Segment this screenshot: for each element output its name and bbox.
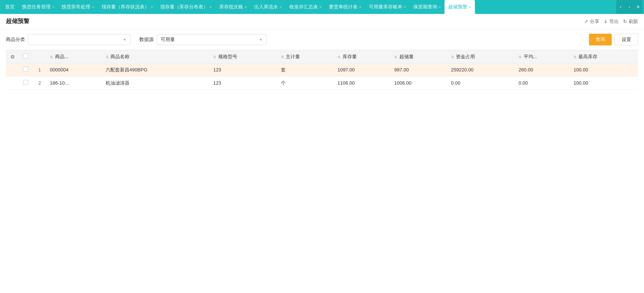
sort-icon: ⇅	[50, 55, 53, 59]
chevron-down-icon: ▼	[123, 38, 127, 42]
col-header-avg[interactable]: ⇅ 平均...	[516, 50, 571, 63]
filter-buttons: 查询 设置	[589, 34, 638, 45]
setting-button[interactable]: 设置	[615, 34, 638, 45]
row-unit: 个	[278, 77, 335, 90]
nav-arrows: ‹ › ✕	[616, 0, 643, 14]
page-title: 超储预警	[6, 18, 29, 25]
col-header-stock[interactable]: ⇅ 库存量	[334, 50, 391, 63]
close-icon[interactable]: ×	[52, 5, 54, 9]
close-icon[interactable]: ×	[319, 5, 322, 9]
close-icon[interactable]: ×	[439, 5, 441, 9]
nav-expiry[interactable]: 保质期查询 ×	[410, 0, 444, 14]
close-icon[interactable]: ×	[151, 5, 153, 9]
close-icon[interactable]: ×	[209, 5, 212, 9]
row-overstock: 1006.00	[391, 77, 448, 90]
close-icon[interactable]: ×	[245, 5, 247, 9]
settings-icon[interactable]: ⚙	[10, 54, 15, 60]
nav-task-mgmt[interactable]: 拣货任务管理 ×	[18, 0, 58, 14]
category-filter: 商品分类 ▼	[6, 34, 131, 45]
page-header: 超储预警 ➚ 分享 ⇓ 导出 ↻ 刷新	[0, 14, 644, 29]
header-actions: ➚ 分享 ⇓ 导出 ↻ 刷新	[584, 18, 638, 25]
close-icon[interactable]: ×	[359, 5, 361, 9]
nav-next-button[interactable]: ›	[625, 0, 634, 14]
nav-overstock[interactable]: 超储预警 ×	[444, 0, 475, 14]
category-label: 商品分类	[6, 36, 25, 43]
data-table: ⚙ ⇅ 商品... ⇅ 商品名称 ⇅ 规格型号	[6, 50, 638, 90]
row-name: 六配套新昌490BPG	[103, 63, 211, 77]
row-name: 机油滤清器	[103, 77, 211, 90]
refresh-button[interactable]: ↻ 刷新	[623, 18, 638, 25]
table-header-row: ⚙ ⇅ 商品... ⇅ 商品名称 ⇅ 规格型号	[6, 50, 638, 63]
row-capital: 0.00	[448, 77, 516, 90]
col-header-unit[interactable]: ⇅ 主计量	[278, 50, 335, 63]
nav-inout-flow[interactable]: 出入库流水 ×	[250, 0, 285, 14]
nav-stock-dist[interactable]: 现存量（库存分布表） ×	[157, 0, 215, 14]
row-stock: 1097.00	[334, 63, 391, 77]
col-header-gear: ⚙	[6, 50, 19, 63]
close-icon[interactable]: ×	[92, 5, 94, 9]
datasource-label: 数据源	[139, 36, 154, 43]
table-container: ⚙ ⇅ 商品... ⇅ 商品名称 ⇅ 规格型号	[0, 50, 644, 90]
nav-collect-send[interactable]: 收发存汇总表 ×	[286, 0, 325, 14]
row-seq: 2	[32, 77, 47, 90]
row-overstock: 997.00	[391, 63, 448, 77]
row-maxstock: 100.00	[571, 63, 638, 77]
sort-icon: ⇅	[394, 55, 397, 59]
col-header-maxstock[interactable]: ⇅ 最高库存	[571, 50, 638, 63]
col-header-spec[interactable]: ⇅ 规格型号	[210, 50, 278, 63]
nav-order-stats[interactable]: 要货单统计表 ×	[325, 0, 365, 14]
sort-icon: ⇅	[337, 55, 340, 59]
nav-stock-batch[interactable]: 库存批次账 ×	[216, 0, 250, 14]
datasource-filter: 数据源 可用量 ▼	[139, 34, 267, 45]
row-gear	[6, 77, 19, 90]
refresh-icon: ↻	[623, 19, 627, 24]
col-header-capital[interactable]: ⇅ 资金占用	[448, 50, 516, 63]
export-button[interactable]: ⇓ 导出	[604, 18, 619, 25]
row-stock: 1106.00	[334, 77, 391, 90]
close-icon[interactable]: ×	[279, 5, 282, 9]
row-maxstock: 100.00	[571, 77, 638, 90]
close-icon[interactable]: ×	[404, 5, 406, 9]
chevron-down-icon: ▼	[259, 38, 263, 42]
sort-icon: ⇅	[213, 55, 216, 59]
col-header-seq	[32, 50, 47, 63]
row-checkbox[interactable]	[23, 80, 28, 85]
nav-home[interactable]: 首页	[1, 0, 18, 14]
datasource-value: 可用量	[161, 36, 175, 43]
row-checkbox[interactable]	[23, 67, 28, 72]
sort-icon: ⇅	[281, 55, 284, 59]
sort-icon: ⇅	[451, 55, 454, 59]
col-header-check	[19, 50, 32, 63]
close-icon[interactable]: ×	[469, 5, 471, 9]
sort-icon: ⇅	[574, 55, 577, 59]
row-check	[19, 77, 32, 90]
share-button[interactable]: ➚ 分享	[584, 18, 599, 25]
nav-stock-status[interactable]: 现存量（库存状况表） ×	[98, 0, 157, 14]
share-icon: ➚	[584, 19, 588, 24]
nav-close-button[interactable]: ✕	[634, 0, 643, 14]
row-code: 186-10...	[47, 77, 103, 90]
nav-exception[interactable]: 拣货异常处理 ×	[58, 0, 98, 14]
row-avg: 260.00	[516, 63, 571, 77]
col-header-name[interactable]: ⇅ 商品名称	[103, 50, 211, 63]
select-all-checkbox[interactable]	[23, 53, 28, 59]
datasource-select[interactable]: 可用量 ▼	[157, 34, 267, 45]
export-icon: ⇓	[604, 19, 608, 24]
row-spec: 123	[210, 77, 278, 90]
nav-available-stock[interactable]: 可用量库存账本 ×	[365, 0, 410, 14]
query-button[interactable]: 查询	[589, 34, 612, 45]
category-select[interactable]: ▼	[28, 34, 131, 45]
row-spec: 123	[210, 63, 278, 77]
col-header-overstock[interactable]: ⇅ 超储量	[391, 50, 448, 63]
row-code: 0000004	[47, 63, 103, 77]
table-row: 1 0000004 六配套新昌490BPG 123 套 1097.00 997.…	[6, 63, 638, 77]
nav-prev-button[interactable]: ‹	[616, 0, 625, 14]
filter-area: 商品分类 ▼ 数据源 可用量 ▼ 查询 设置	[0, 29, 644, 50]
row-unit: 套	[278, 63, 335, 77]
row-check	[19, 63, 32, 77]
row-avg: 0.00	[516, 77, 571, 90]
sort-icon: ⇅	[106, 55, 109, 59]
table-row: 2 186-10... 机油滤清器 123 个 1106.00 1006.00 …	[6, 77, 638, 90]
col-header-code[interactable]: ⇅ 商品...	[47, 50, 103, 63]
row-gear	[6, 63, 19, 77]
